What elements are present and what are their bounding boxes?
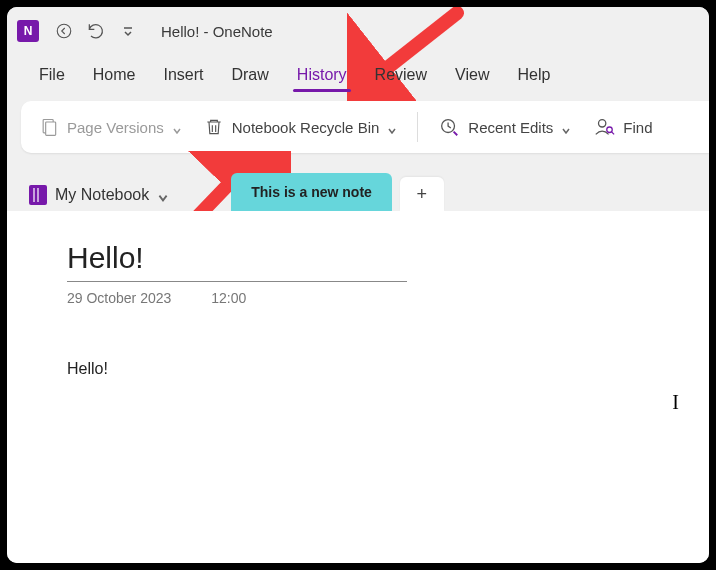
notebook-recycle-bin-label: Notebook Recycle Bin (232, 119, 380, 136)
menu-draw[interactable]: Draw (217, 60, 282, 90)
menu-insert[interactable]: Insert (149, 60, 217, 90)
back-button[interactable] (51, 18, 77, 44)
note-meta: 29 October 2023 12:00 (67, 290, 709, 306)
add-page-tab[interactable]: + (400, 177, 444, 211)
page-versions-button[interactable]: Page Versions (33, 113, 188, 141)
page-versions-icon (39, 117, 59, 137)
chevron-down-icon (157, 190, 167, 200)
recent-edits-icon (438, 116, 460, 138)
page-tab-label: This is a new note (251, 184, 372, 200)
chevron-down-icon (172, 122, 182, 132)
page-versions-label: Page Versions (67, 119, 164, 136)
menu-bar: File Home Insert Draw History Review Vie… (7, 55, 709, 95)
ribbon-separator (417, 112, 418, 142)
plus-icon: + (417, 184, 428, 205)
menu-view[interactable]: View (441, 60, 503, 90)
qat-dropdown[interactable] (115, 18, 141, 44)
svg-rect-5 (46, 122, 56, 135)
titlebar: N Hello! - OneNote (7, 7, 709, 55)
find-by-author-button[interactable]: Find (587, 112, 658, 142)
undo-button[interactable] (83, 18, 109, 44)
notebook-icon (29, 185, 47, 205)
onenote-app-icon: N (17, 20, 39, 42)
page-tab-current[interactable]: This is a new note (231, 173, 392, 211)
page-tab-strip: This is a new note + (231, 173, 444, 211)
notebook-name: My Notebook (55, 186, 149, 204)
trash-icon (204, 116, 224, 138)
svg-point-9 (599, 120, 606, 127)
recent-edits-label: Recent Edits (468, 119, 553, 136)
ribbon-history: Page Versions Notebook Recycle Bin Recen… (21, 101, 709, 153)
note-time[interactable]: 12:00 (211, 290, 246, 306)
note-date[interactable]: 29 October 2023 (67, 290, 171, 306)
menu-file[interactable]: File (25, 60, 79, 90)
note-page[interactable]: Hello! 29 October 2023 12:00 Hello! I (7, 211, 709, 563)
recent-edits-button[interactable]: Recent Edits (432, 112, 577, 142)
menu-history[interactable]: History (283, 60, 361, 90)
note-title[interactable]: Hello! (67, 241, 709, 275)
svg-point-2 (57, 24, 71, 38)
notebook-recycle-bin-button[interactable]: Notebook Recycle Bin (198, 112, 404, 142)
text-cursor-icon: I (672, 391, 679, 414)
find-author-icon (593, 116, 615, 138)
svg-line-11 (612, 132, 615, 135)
chevron-down-icon (561, 122, 571, 132)
menu-home[interactable]: Home (79, 60, 150, 90)
menu-help[interactable]: Help (503, 60, 564, 90)
chevron-down-icon (387, 122, 397, 132)
onenote-window: N Hello! - OneNote File Home Insert Draw… (7, 7, 709, 563)
notebook-tab-row: My Notebook This is a new note + (7, 171, 709, 211)
note-body[interactable]: Hello! (67, 360, 709, 378)
menu-review[interactable]: Review (361, 60, 441, 90)
window-title: Hello! - OneNote (161, 23, 273, 40)
find-label: Find (623, 119, 652, 136)
title-rule (67, 281, 407, 282)
notebook-selector[interactable]: My Notebook (25, 179, 171, 211)
